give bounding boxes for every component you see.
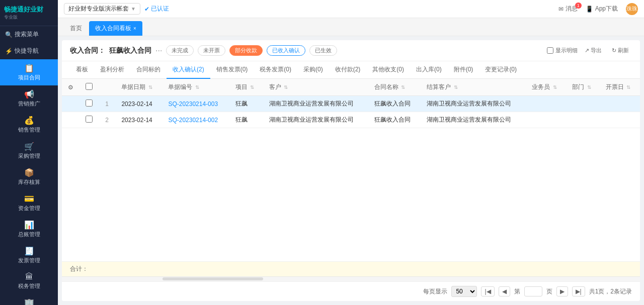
inner-tab-10[interactable]: 附件(0) — [448, 61, 479, 79]
tab-contract-board[interactable]: 收入合同看板 × — [89, 21, 142, 36]
status-confirmed[interactable]: 已收入确认 — [267, 45, 305, 56]
sidebar-item-label-1: 营销推广 — [18, 100, 40, 108]
sidebar-quick-nav-label: 快捷导航 — [15, 47, 39, 55]
status-effective[interactable]: 已生效 — [309, 45, 337, 56]
sidebar-item-label-5: 资金管理 — [18, 205, 40, 212]
sort-project-icon[interactable]: ⇅ — [250, 84, 254, 90]
status-partial[interactable]: 部分收款 — [229, 45, 263, 56]
per-page-select[interactable]: 50 100 200 — [451, 286, 477, 297]
sort-customer-icon[interactable]: ⇅ — [284, 84, 288, 90]
contract-status-bar: 未完成 未开票 部分收款 已收入确认 已生效 — [166, 45, 337, 56]
last-page-btn[interactable]: ▶| — [572, 286, 585, 296]
number-link-1[interactable]: SQ-20230214-002 — [168, 117, 218, 124]
row-checkbox-0[interactable] — [86, 99, 93, 107]
sort-number-icon[interactable]: ⇅ — [195, 84, 199, 90]
message-icon: ✉ — [558, 6, 564, 13]
inner-tab-2[interactable]: 合同标的 — [130, 61, 167, 79]
tab-home[interactable]: 首页 — [64, 21, 88, 36]
sidebar-search[interactable]: 🔍 搜索菜单 — [0, 26, 58, 43]
th-customer: 客户 ⇅ — [263, 79, 368, 96]
cell-settle-customer: 湖南卫视商业运营发展有限公司 — [421, 96, 526, 112]
inner-tab-1[interactable]: 盈利分析 — [94, 61, 130, 79]
table-row[interactable]: 2 2023-02-14 SQ-20230214-002 狂飙 湖南卫视商业运营… — [62, 112, 640, 128]
inner-tab-6[interactable]: 采购(0) — [297, 61, 329, 79]
sidebar-item-0[interactable]: 📋项目合同 — [0, 59, 58, 85]
settings-icon[interactable]: ⚙ — [68, 84, 73, 91]
tab-home-label: 首页 — [70, 25, 82, 32]
sort-dept-icon[interactable]: ⇅ — [587, 84, 591, 90]
logo-text: 畅捷通好业财 — [4, 5, 54, 14]
company-select[interactable]: 好业财专业版演示帐套 ▼ — [64, 3, 140, 15]
phone-icon: 📱 — [586, 6, 593, 13]
inner-tab-9[interactable]: 出入库(0) — [410, 61, 448, 79]
sidebar-item-5[interactable]: 💳资金管理 — [0, 190, 58, 216]
sort-salesman-icon[interactable]: ⇅ — [553, 84, 557, 90]
inner-tab-3[interactable]: 收入确认(2) — [167, 61, 210, 79]
inner-tab-5[interactable]: 税务发票(0) — [254, 61, 297, 79]
page-input[interactable]: 1 — [524, 286, 542, 296]
sidebar-item-8[interactable]: 🏛税务管理 — [0, 268, 58, 294]
sidebar-item-icon-4: 📦 — [24, 168, 34, 177]
sort-contract-icon[interactable]: ⇅ — [401, 84, 405, 90]
th-contract-name: 合同名称 ⇅ — [368, 79, 421, 96]
data-table: ⚙ 单据日期 ⇅ 单据编号 ⇅ 项目 ⇅ 客户 ⇅ 合同名称 ⇅ 结算客户 ⇅ … — [62, 79, 640, 128]
cell-settings — [62, 96, 79, 112]
sidebar-item-4[interactable]: 📦库存核算 — [0, 164, 58, 190]
th-salesman: 业务员 ⇅ — [526, 79, 566, 96]
message-btn[interactable]: ✉ 1 消息 — [558, 5, 578, 13]
status-incomplete[interactable]: 未完成 — [166, 45, 194, 56]
sidebar-item-icon-7: 🧾 — [24, 246, 34, 256]
refresh-btn[interactable]: ↻ 刷新 — [609, 46, 632, 55]
cell-project: 狂飙 — [229, 96, 263, 112]
select-all-checkbox[interactable] — [86, 83, 93, 90]
sidebar-search-label: 搜索菜单 — [15, 30, 39, 39]
sidebar-item-1[interactable]: 📢营销推广 — [0, 85, 58, 112]
quick-nav-icon: ⚡ — [5, 48, 13, 55]
user-menu[interactable]: 珠珠 — [626, 3, 638, 15]
row-checkbox-1[interactable] — [86, 116, 93, 123]
sidebar-item-label-3: 采购管理 — [18, 152, 40, 160]
inner-tab-8[interactable]: 其他收支(0) — [366, 61, 410, 79]
cell-num: 2 — [99, 112, 115, 128]
sidebar-item-2[interactable]: 💰销售管理 — [0, 112, 58, 138]
show-details-checkbox[interactable] — [547, 47, 553, 54]
show-details-toggle[interactable]: 显示明细 — [547, 47, 578, 54]
sidebar-item-6[interactable]: 📊总账管理 — [0, 216, 58, 242]
sidebar-item-3[interactable]: 🛒采购管理 — [0, 138, 58, 164]
sort-date-icon[interactable]: ⇅ — [148, 84, 152, 90]
contract-actions: 显示明细 ↗ 导出 ↻ 刷新 — [547, 46, 632, 55]
scroll-thumb[interactable] — [163, 277, 263, 280]
inner-tab-11[interactable]: 变更记录(0) — [479, 61, 523, 79]
next-page-btn[interactable]: ▶ — [556, 286, 568, 296]
table-row[interactable]: 1 2023-02-14 SQ-20230214-003 狂飙 湖南卫视商业运营… — [62, 96, 640, 112]
pagination: 每页显示 50 100 200 |◀ ◀ 第 1 页 ▶ ▶| 共1页，2条记录 — [62, 281, 640, 301]
sidebar-item-label-8: 税务管理 — [18, 282, 40, 290]
table-scrollbar[interactable] — [62, 276, 640, 281]
cell-customer: 湖南卫视商业运营发展有限公司 — [263, 96, 368, 112]
more-btn[interactable]: ··· — [155, 46, 162, 55]
export-icon: ↗ — [585, 47, 589, 54]
sidebar-item-7[interactable]: 🧾发票管理 — [0, 242, 58, 268]
sidebar-item-9[interactable]: 🏢固定资产 — [0, 294, 58, 305]
page-unit: 页 — [546, 287, 552, 296]
certified-label: 已认证 — [151, 5, 169, 13]
th-date: 单据日期 ⇅ — [115, 79, 162, 96]
first-page-btn[interactable]: |◀ — [481, 286, 494, 296]
prev-page-btn[interactable]: ◀ — [499, 286, 510, 296]
sidebar-quick-nav[interactable]: ⚡ 快捷导航 — [0, 43, 58, 59]
sidebar-item-label-2: 销售管理 — [18, 126, 40, 134]
inner-tab-0[interactable]: 看板 — [70, 61, 94, 79]
sidebar-logo: 畅捷通好业财 专业版 — [0, 0, 58, 26]
sort-invoice-icon[interactable]: ⇅ — [626, 84, 630, 90]
certified-badge: ✔ 已认证 — [144, 5, 169, 13]
export-btn[interactable]: ↗ 导出 — [582, 46, 605, 55]
app-download-btn[interactable]: 📱 App下载 — [586, 5, 618, 13]
inner-tab-4[interactable]: 销售发票(0) — [210, 61, 254, 79]
sort-settle-icon[interactable]: ⇅ — [454, 84, 458, 90]
inner-tab-7[interactable]: 收付款(2) — [329, 61, 367, 79]
table-container[interactable]: ⚙ 单据日期 ⇅ 单据编号 ⇅ 项目 ⇅ 客户 ⇅ 合同名称 ⇅ 结算客户 ⇅ … — [62, 79, 640, 261]
number-link-0[interactable]: SQ-20230214-003 — [168, 100, 218, 108]
status-uninvoiced[interactable]: 未开票 — [198, 45, 225, 56]
topbar: 好业财专业版演示帐套 ▼ ✔ 已认证 ✉ 1 消息 📱 App下载 珠珠 — [58, 0, 644, 18]
tab-close-icon[interactable]: × — [133, 26, 136, 31]
